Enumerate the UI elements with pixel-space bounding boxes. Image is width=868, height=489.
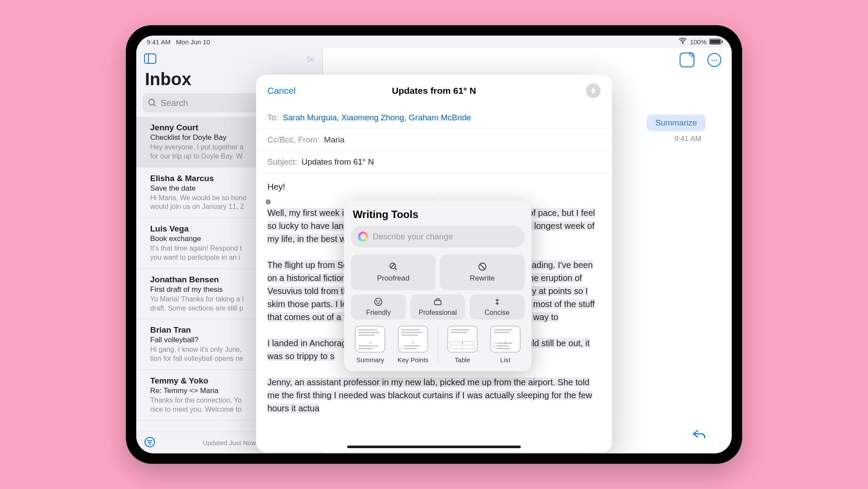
svg-point-17 <box>377 301 378 302</box>
body-greeting: Hey! <box>267 180 601 193</box>
sidebar-toggle-icon[interactable] <box>144 53 156 66</box>
describe-placeholder: Describe your change <box>373 232 453 241</box>
describe-change-input[interactable]: Describe your change <box>351 226 525 248</box>
list-button[interactable]: ↓ List <box>486 326 525 363</box>
svg-line-4 <box>154 104 156 106</box>
cancel-button[interactable]: Cancel <box>267 86 296 96</box>
table-icon: ↓ <box>447 326 478 353</box>
home-indicator[interactable] <box>347 446 521 448</box>
statusbar-right: 100% <box>678 36 721 47</box>
proofread-button[interactable]: Proofread <box>351 254 436 290</box>
svg-point-18 <box>379 301 380 302</box>
rewrite-button[interactable]: Rewrite <box>440 254 525 290</box>
more-button[interactable]: ⋯ <box>707 53 721 67</box>
modal-header: Cancel Updates from 61° N <box>256 75 612 107</box>
key-points-icon: ↓ <box>398 326 428 353</box>
from-value: Maria <box>324 135 345 145</box>
to-field[interactable]: To: Sarah Murguia, Xiaomeng Zhong, Graha… <box>256 107 612 129</box>
proofread-icon <box>388 262 398 271</box>
ccbcc-label: Cc/Bcc, From: <box>267 135 319 145</box>
subject-label: Subject: <box>267 157 297 167</box>
ccbcc-field[interactable]: Cc/Bcc, From: Maria <box>256 129 612 151</box>
ipad-frame: 9:41 AM Mon Jun 10 100% Se In <box>126 25 742 464</box>
list-icon: ↓ <box>490 326 520 353</box>
recipients: Sarah Murguia, Xiaomeng Zhong, Graham Mc… <box>283 113 471 122</box>
subject-value: Updates from 61° N <box>302 157 374 167</box>
friendly-icon <box>374 297 383 306</box>
svg-line-13 <box>395 268 397 270</box>
apple-intelligence-icon <box>358 231 368 242</box>
filter-icon[interactable] <box>144 436 155 449</box>
concise-button[interactable]: Concise <box>470 294 525 320</box>
svg-rect-1 <box>145 54 156 63</box>
briefcase-icon <box>434 297 442 306</box>
friendly-button[interactable]: Friendly <box>351 294 406 320</box>
reply-icon[interactable] <box>692 428 707 443</box>
search-placeholder: Search <box>161 98 188 108</box>
svg-rect-19 <box>434 301 441 305</box>
rewrite-icon <box>477 262 487 271</box>
svg-line-12 <box>391 264 395 268</box>
wifi-icon <box>678 36 687 47</box>
main-toolbar: ⋯ <box>323 48 732 72</box>
statusbar: 9:41 AM Mon Jun 10 100% <box>136 36 732 48</box>
table-button[interactable]: ↓ Table <box>443 326 482 363</box>
compose-button[interactable] <box>680 53 694 67</box>
svg-point-3 <box>149 99 155 105</box>
updated-status: Updated Just Now <box>203 439 256 446</box>
modal-title: Updates from 61° N <box>392 86 476 96</box>
svg-point-16 <box>375 298 382 306</box>
summarize-button[interactable]: Summarize <box>647 115 706 131</box>
writing-tools-title: Writing Tools <box>351 208 525 226</box>
battery-percent: 100% <box>690 38 707 46</box>
key-points-button[interactable]: ↓ Key Points <box>394 326 432 363</box>
select-button[interactable]: Se <box>306 56 315 63</box>
message-timestamp: 9:41 AM <box>674 135 701 143</box>
screen: 9:41 AM Mon Jun 10 100% Se In <box>136 36 732 453</box>
writing-tools-popover: Writing Tools Describe your change Proof… <box>344 201 532 371</box>
svg-point-0 <box>682 43 683 44</box>
concise-icon <box>493 297 501 306</box>
svg-line-15 <box>480 264 485 269</box>
professional-button[interactable]: Professional <box>410 294 465 320</box>
summary-button[interactable]: ↓ Summary <box>351 326 390 363</box>
battery-icon <box>709 39 721 45</box>
summary-icon: ↓ <box>355 326 385 353</box>
selection-handle-icon[interactable] <box>266 199 271 205</box>
status-time: 9:41 AM <box>147 38 171 46</box>
send-button[interactable] <box>586 83 601 98</box>
subject-field[interactable]: Subject: Updates from 61° N <box>256 151 612 173</box>
statusbar-left: 9:41 AM Mon Jun 10 <box>147 38 210 46</box>
status-date: Mon Jun 10 <box>176 38 210 46</box>
search-icon <box>148 98 157 108</box>
to-label: To: <box>267 113 278 122</box>
